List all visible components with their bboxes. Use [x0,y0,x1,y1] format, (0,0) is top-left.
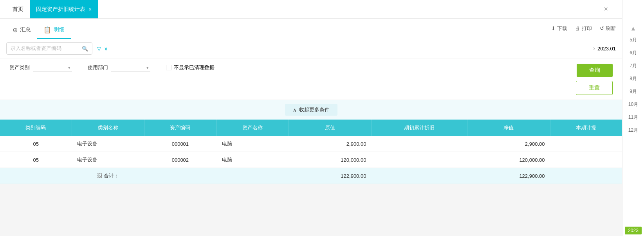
sidebar-month-item[interactable]: 7月 [628,59,638,72]
summary-original-value: 122,900.00 [289,168,372,184]
collapse-icon: ∧ [293,107,297,113]
sidebar-month-item[interactable]: 5月 [628,34,638,46]
tab-detail-label: 明细 [54,26,65,33]
summary-label-cell: 🖼合计： [0,168,216,184]
sidebar-month-item[interactable]: 11月 [628,111,638,124]
cell-asset-code: 000002 [144,152,216,168]
active-tab-label: 固定资产折旧统计表 [36,6,85,13]
tab-actions: ⬇ 下载 🖨 打印 ↺ 刷新 [551,25,616,32]
tab-buttons: ⊕ 汇总 📋 明细 [6,19,71,38]
filter-area: 资产类别 使用部门 [0,59,622,100]
search-icon: 🔍 [82,46,88,52]
cell-category-name: 电子设备 [72,136,144,152]
sidebar-month-item[interactable]: 6月 [628,46,638,59]
summary-asset-name [216,168,289,184]
summary-accumulated-depreciation [372,168,467,184]
sidebar-month-item[interactable]: 8月 [628,72,638,85]
table-header-row: 类别编码 类别名称 资产编码 资产名称 原值 期初累计折旧 净值 本期计提 [0,120,622,136]
summary-row: 🖼合计： 122,900.00 122,900.00 [0,168,622,184]
print-label: 打印 [582,25,592,32]
col-header-asset-code: 资产编码 [144,120,216,136]
cell-category-code: 05 [0,152,72,168]
summary-icon: ⊕ [13,26,18,34]
sidebar-month-item[interactable]: 12月 [628,124,638,137]
cell-category-name: 电子设备 [72,152,144,168]
sidebar-month-item[interactable]: 10月 [628,98,638,111]
summary-icon: 🖼 [97,173,102,179]
cell-net-value: 120,000.00 [467,152,550,168]
summary-current-depreciation [550,168,622,184]
cell-current-depreciation [550,136,622,152]
filter-icon: ▽ [97,46,101,52]
data-table-container: 类别编码 类别名称 资产编码 资产名称 原值 期初累计折旧 净值 本期计提 05… [0,120,622,184]
filter-actions: 查询 重置 [576,64,613,95]
collapse-label: 收起更多条件 [299,106,330,113]
cell-current-depreciation [550,152,622,168]
department-select-wrapper[interactable] [111,64,150,72]
refresh-label: 刷新 [606,25,616,32]
cell-asset-code: 000001 [144,136,216,152]
col-header-current-depreciation: 本期计提 [550,120,622,136]
col-header-net-value: 净值 [467,120,550,136]
asset-category-filter: 资产类别 [9,64,72,72]
scroll-up-button[interactable]: ▲ [630,23,637,34]
download-button[interactable]: ⬇ 下载 [551,25,567,32]
search-input-wrapper[interactable]: 录入名称或者资产编码 🔍 [6,42,92,55]
query-button[interactable]: 查询 [577,64,613,77]
summary-net-value: 122,900.00 [467,168,550,184]
col-header-asset-name: 资产名称 [216,120,289,136]
cell-asset-name: 电脑 [216,152,289,168]
refresh-button[interactable]: ↺ 刷新 [600,25,616,32]
table-row: 05 电子设备 000002 电脑 120,000.00 120,000.00 [0,152,622,168]
department-label: 使用部门 [88,64,108,71]
collapse-row: ∧ 收起更多条件 [0,100,622,120]
checkbox-box[interactable] [166,65,171,70]
refresh-icon: ↺ [600,25,604,31]
prev-date-icon[interactable]: › [593,45,595,52]
cell-accumulated-depreciation [372,136,467,152]
chevron-down-icon: ∨ [104,46,108,52]
cell-category-code: 05 [0,136,72,152]
download-icon: ⬇ [551,25,556,31]
close-tab-button[interactable]: × [88,7,92,12]
table-row: 05 电子设备 000001 电脑 2,900.00 2,900.00 [0,136,622,152]
tab-bar: ⊕ 汇总 📋 明细 ⬇ 下载 🖨 打印 ↺ 刷新 [0,19,622,38]
cell-asset-name: 电脑 [216,136,289,152]
right-sidebar: ▲ 5月6月7月8月9月10月11月12月 2023 [622,0,644,236]
search-placeholder: 录入名称或者资产编码 [11,45,61,52]
search-bar: 录入名称或者资产编码 🔍 ▽ ∨ › 2023.01 [0,38,622,59]
detail-icon: 📋 [43,26,51,34]
window-close-button[interactable]: × [596,0,616,18]
asset-category-select[interactable] [33,64,72,72]
tab-detail[interactable]: 📋 明细 [37,21,71,39]
date-display: 2023.01 [597,46,616,52]
collapse-button[interactable]: ∧ 收起更多条件 [285,104,337,116]
home-nav[interactable]: 首页 [6,0,30,18]
cell-net-value: 2,900.00 [467,136,550,152]
reset-button[interactable]: 重置 [576,81,613,95]
cell-original-value: 2,900.00 [289,136,372,152]
more-conditions-button[interactable]: ▽ ∨ [97,46,108,52]
cell-original-value: 120,000.00 [289,152,372,168]
col-header-original-value: 原值 [289,120,372,136]
active-tab[interactable]: 固定资产折旧统计表 × [30,0,98,18]
col-header-accumulated-depreciation: 期初累计折旧 [372,120,467,136]
asset-category-label: 资产类别 [9,64,30,71]
asset-category-select-wrapper[interactable] [33,64,72,72]
data-table: 类别编码 类别名称 资产编码 资产名称 原值 期初累计折旧 净值 本期计提 05… [0,120,622,184]
sidebar-month-item[interactable]: 9月 [628,85,638,98]
department-filter: 使用部门 [88,64,150,72]
tab-summary[interactable]: ⊕ 汇总 [6,21,37,39]
hide-cleared-label: 不显示已清理数据 [174,64,215,71]
print-button[interactable]: 🖨 打印 [575,25,592,32]
hide-cleared-checkbox[interactable]: 不显示已清理数据 [166,64,215,71]
department-select[interactable] [111,64,150,72]
year-badge: 2023 [625,227,642,234]
cell-accumulated-depreciation [372,152,467,168]
print-icon: 🖨 [575,25,580,31]
tab-summary-label: 汇总 [20,26,31,33]
col-header-category-code: 类别编码 [0,120,72,136]
download-label: 下载 [557,25,567,32]
col-header-category-name: 类别名称 [72,120,144,136]
